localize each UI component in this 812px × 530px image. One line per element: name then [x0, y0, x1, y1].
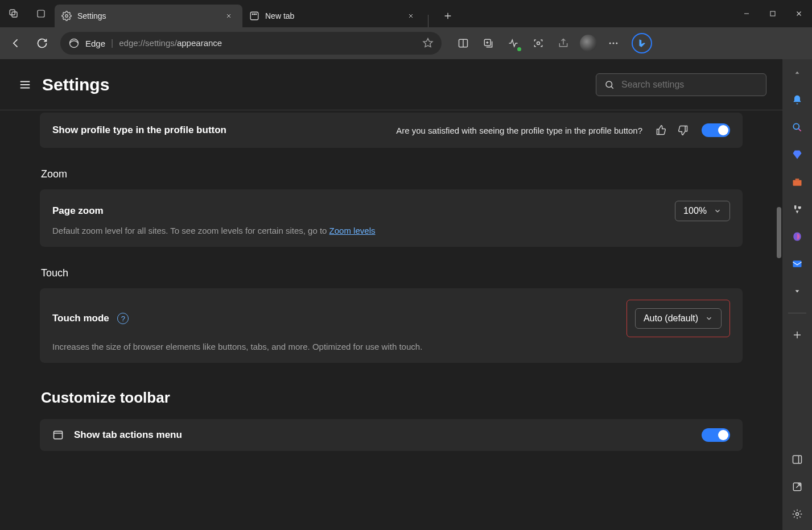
touch-mode-select[interactable]: Auto (default)	[635, 308, 722, 329]
outlook-icon[interactable]	[789, 256, 805, 272]
tab-actions-menu-card: Show tab actions menu	[40, 419, 743, 451]
tab-actions-button[interactable]	[0, 0, 27, 27]
settings-body: Show profile type in the profile button …	[0, 110, 782, 530]
edge-logo-icon	[68, 38, 80, 49]
split-screen-button[interactable]	[452, 32, 475, 55]
newtab-icon	[249, 11, 259, 21]
thumbs-up-button[interactable]	[653, 122, 670, 139]
svg-rect-19	[793, 180, 802, 186]
tab-settings[interactable]: Settings	[55, 5, 242, 27]
toolbar: Edge | edge://settings/appearance	[0, 27, 812, 59]
page-zoom-card: Page zoom 100% Default zoom level for al…	[40, 189, 743, 247]
back-button[interactable]	[5, 32, 27, 55]
svg-point-13	[609, 43, 611, 44]
tab-newtab[interactable]: New tab	[242, 5, 424, 27]
chevron-down-icon	[714, 207, 722, 215]
feedback-text: Are you satisfied with seeing the profil…	[396, 126, 642, 135]
touch-mode-desc: Increases the size of browser elements l…	[52, 342, 730, 351]
svg-point-5	[252, 14, 253, 15]
edge-sidebar	[782, 59, 812, 530]
touch-mode-highlight: Auto (default)	[626, 300, 730, 337]
svg-rect-4	[250, 12, 258, 20]
hamburger-button[interactable]	[16, 76, 34, 94]
svg-point-9	[70, 39, 79, 48]
avatar	[580, 35, 597, 52]
search-icon	[604, 80, 615, 90]
svg-rect-20	[793, 260, 802, 267]
close-tab-button[interactable]	[222, 9, 236, 23]
thumbs-down-button[interactable]	[674, 122, 691, 139]
info-icon[interactable]: ?	[117, 313, 129, 324]
customize-toolbar-heading: Customize toolbar	[41, 389, 743, 407]
vertical-tabs-button[interactable]	[27, 0, 55, 27]
refresh-button[interactable]	[31, 32, 53, 55]
zoom-levels-link[interactable]: Zoom levels	[329, 226, 376, 235]
svg-point-14	[613, 43, 615, 44]
page-title: Settings	[42, 75, 109, 94]
touch-mode-card: Touch mode ? Auto (default) Increases th…	[40, 288, 743, 363]
tab-separator	[428, 15, 428, 27]
chevron-down-icon	[705, 314, 713, 322]
touch-mode-title: Touch mode	[52, 313, 109, 324]
svg-point-15	[616, 43, 617, 44]
svg-rect-8	[770, 11, 775, 16]
svg-point-16	[606, 81, 612, 88]
titlebar: Settings New tab	[0, 0, 812, 27]
profile-type-card: Show profile type in the profile button …	[40, 113, 743, 148]
open-external-button[interactable]	[789, 479, 805, 495]
search-input[interactable]	[621, 80, 758, 90]
favorite-button[interactable]	[422, 38, 434, 49]
profile-button[interactable]	[577, 32, 600, 55]
profile-type-title: Show profile type in the profile button	[52, 125, 226, 136]
svg-point-23	[796, 513, 799, 516]
close-window-button[interactable]	[786, 2, 812, 25]
tab-label: New tab	[265, 11, 294, 20]
address-bar[interactable]: Edge | edge://settings/appearance	[60, 32, 442, 55]
notifications-icon[interactable]	[789, 92, 805, 108]
bing-chat-button[interactable]	[632, 33, 652, 53]
page-zoom-select[interactable]: 100%	[675, 201, 730, 221]
search-sidebar-icon[interactable]	[789, 119, 805, 135]
sidebar-panel-button[interactable]	[789, 452, 805, 467]
search-settings[interactable]	[596, 73, 766, 96]
tab-actions-menu-toggle[interactable]	[702, 428, 730, 442]
settings-page: Settings Show profile type in the profil…	[0, 59, 782, 530]
office-icon[interactable]	[789, 229, 805, 245]
close-tab-button[interactable]	[404, 9, 418, 23]
shopping-icon[interactable]	[789, 147, 805, 163]
sidebar-divider	[788, 313, 806, 313]
new-tab-button[interactable]	[436, 5, 459, 27]
svg-rect-21	[793, 456, 802, 463]
more-button[interactable]	[602, 32, 625, 55]
performance-button[interactable]	[502, 32, 525, 55]
tab-strip: Settings New tab	[55, 0, 733, 27]
window-controls	[733, 2, 812, 25]
svg-point-6	[254, 14, 255, 15]
page-zoom-title: Page zoom	[52, 205, 104, 217]
add-sidebar-button[interactable]	[789, 327, 805, 343]
touch-section-heading: Touch	[41, 267, 743, 279]
window-icon	[52, 429, 64, 441]
svg-rect-2	[38, 10, 44, 17]
games-icon[interactable]	[789, 201, 805, 217]
collapse-sidebar-button[interactable]	[789, 65, 805, 81]
maximize-button[interactable]	[760, 2, 786, 25]
tab-label: Settings	[77, 11, 106, 20]
share-button[interactable]	[552, 32, 575, 55]
page-zoom-desc: Default zoom level for all sites. To see…	[52, 226, 730, 235]
svg-point-7	[255, 14, 257, 15]
minimize-button[interactable]	[733, 2, 760, 25]
page-zoom-value: 100%	[683, 206, 707, 216]
expand-more-button[interactable]	[789, 283, 805, 299]
work-icon[interactable]	[789, 174, 805, 190]
svg-point-18	[793, 123, 799, 129]
svg-point-3	[65, 15, 68, 18]
profile-type-toggle[interactable]	[702, 123, 730, 137]
screenshot-button[interactable]	[527, 32, 550, 55]
zoom-section-heading: Zoom	[41, 168, 743, 180]
svg-rect-17	[54, 431, 63, 438]
scrollbar-thumb[interactable]	[777, 207, 781, 258]
settings-header: Settings	[0, 59, 782, 110]
sidebar-settings-button[interactable]	[789, 506, 805, 522]
collections-button[interactable]	[477, 32, 500, 55]
